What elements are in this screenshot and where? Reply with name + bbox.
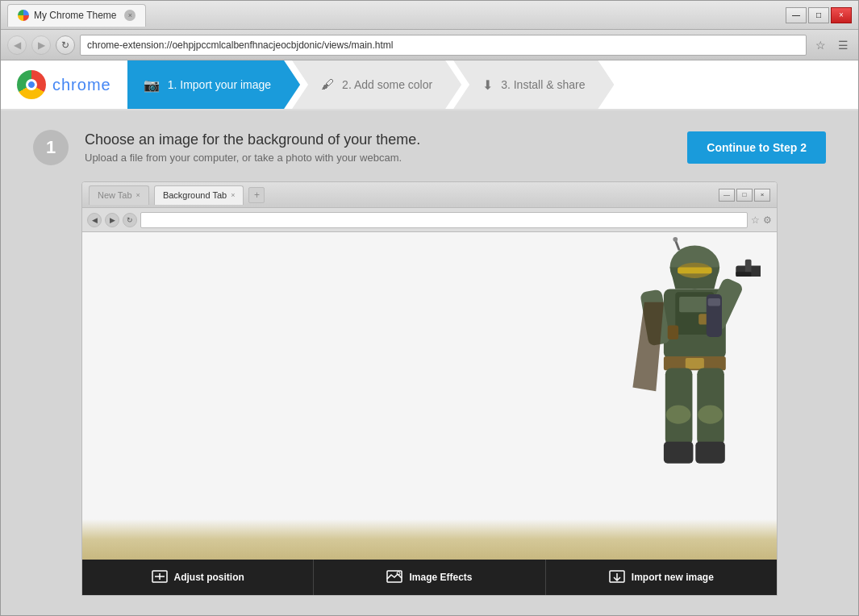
step-3-icon: ⬇ (482, 77, 493, 93)
step-title: Choose an image for the background of yo… (85, 131, 671, 148)
svg-rect-13 (736, 272, 751, 277)
preview-title-bar: New Tab × Background Tab × + — □ × (82, 182, 777, 208)
svg-point-19 (666, 406, 691, 424)
reload-button[interactable]: ↻ (56, 35, 75, 55)
preview-address-input[interactable] (140, 212, 748, 228)
preview-tab-new[interactable]: New Tab × (89, 185, 149, 205)
ground-element (82, 519, 777, 560)
title-bar: My Chrome Theme × — □ × (1, 1, 858, 30)
svg-rect-3 (678, 267, 711, 273)
preview-new-tab-button[interactable]: + (248, 187, 265, 203)
import-new-image-button[interactable]: Import new image (546, 560, 777, 595)
preview-minimize-btn[interactable]: — (719, 189, 735, 202)
import-icon (609, 570, 625, 585)
main-window: My Chrome Theme × — □ × ◀ ▶ ↻ ☆ ☰ chrome (0, 0, 859, 616)
step-subtitle: Upload a file from your computer, or tak… (85, 152, 671, 164)
address-input[interactable] (80, 35, 807, 56)
preview-star-icon: ☆ (751, 214, 760, 226)
window-controls: — □ × (786, 7, 852, 23)
tab-close-btn[interactable]: × (124, 10, 136, 21)
import-new-image-label: Import new image (632, 572, 714, 583)
tab-label: My Chrome Theme (34, 10, 116, 21)
steps-nav: 📷 1. Import your image 🖌 2. Add some col… (127, 60, 858, 109)
content-area: chrome 📷 1. Import your image 🖌 2. Add s… (1, 60, 858, 615)
preview-tab-new-label: New Tab (98, 190, 132, 200)
theme-header: chrome 📷 1. Import your image 🖌 2. Add s… (1, 60, 858, 110)
boba-fett-figure (621, 236, 761, 531)
step-circle: 1 (33, 130, 69, 165)
browser-tab[interactable]: My Chrome Theme × (7, 4, 146, 27)
step-2[interactable]: 🖌 2. Add some color (292, 60, 461, 109)
forward-button[interactable]: ▶ (31, 35, 51, 55)
svg-rect-26 (708, 298, 720, 306)
step-1-label: 1. Import your image (168, 78, 271, 91)
adjust-position-icon (152, 570, 168, 585)
back-button[interactable]: ◀ (7, 35, 27, 55)
step-2-icon: 🖌 (321, 77, 334, 92)
preview-tab-bg-close[interactable]: × (231, 191, 235, 199)
svg-marker-14 (632, 302, 663, 392)
preview-maximize-btn[interactable]: □ (736, 189, 753, 202)
preview-close-btn[interactable]: × (754, 189, 770, 202)
image-effects-button[interactable]: Image Effects (314, 560, 545, 595)
preview-tab-background[interactable]: Background Tab × (154, 185, 244, 205)
step-3[interactable]: ⬇ 3. Install & share (453, 60, 614, 109)
step-1-icon: 📷 (144, 77, 160, 93)
minimize-button[interactable]: — (786, 7, 807, 23)
svg-rect-8 (679, 297, 710, 312)
chrome-logo-text: chrome (52, 76, 111, 94)
svg-line-4 (675, 240, 679, 251)
image-effects-label: Image Effects (409, 572, 472, 583)
continue-button[interactable]: Continue to Step 2 (687, 131, 826, 164)
page-body: 1 Choose an image for the background of … (1, 110, 858, 615)
image-effects-icon (386, 570, 402, 585)
svg-rect-21 (664, 442, 694, 464)
preview-toolbar: Adjust position Image Effects (82, 560, 777, 595)
close-button[interactable]: × (831, 7, 852, 23)
address-bar: ◀ ▶ ↻ ☆ ☰ (1, 30, 858, 60)
wrench-button[interactable]: ☰ (834, 36, 852, 54)
svg-point-5 (673, 237, 678, 242)
step-3-label: 3. Install & share (501, 78, 585, 91)
preview-reload-btn[interactable]: ↻ (123, 213, 137, 227)
browser-preview: New Tab × Background Tab × + — □ × (81, 181, 778, 596)
maximize-button[interactable]: □ (808, 7, 829, 23)
preview-address-row: ◀ ▶ ↻ ☆ ⚙ (82, 208, 777, 232)
chrome-logo-icon (17, 70, 46, 99)
step-instruction: 1 Choose an image for the background of … (33, 130, 826, 165)
preview-wrench-icon: ⚙ (763, 214, 772, 226)
preview-forward-btn[interactable]: ▶ (105, 213, 119, 227)
preview-tab-bg-label: Background Tab (163, 190, 227, 200)
svg-rect-22 (695, 442, 725, 464)
chrome-logo-area: chrome (1, 60, 127, 109)
star-button[interactable]: ☆ (811, 36, 829, 54)
preview-viewport (82, 232, 777, 560)
tab-favicon (18, 10, 29, 21)
step-1[interactable]: 📷 1. Import your image (127, 60, 300, 109)
step-text: Choose an image for the background of yo… (85, 131, 671, 164)
svg-rect-24 (668, 326, 678, 339)
adjust-position-button[interactable]: Adjust position (82, 560, 314, 595)
preview-win-btns: — □ × (719, 189, 770, 202)
preview-back-btn[interactable]: ◀ (87, 213, 102, 227)
svg-point-20 (698, 406, 723, 424)
svg-rect-16 (686, 358, 704, 368)
adjust-position-label: Adjust position (174, 572, 244, 583)
preview-tab-new-close[interactable]: × (136, 191, 140, 199)
step-2-label: 2. Add some color (342, 78, 432, 91)
